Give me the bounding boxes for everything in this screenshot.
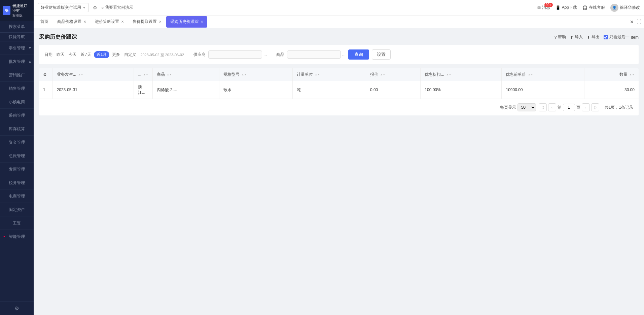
- last-page-button[interactable]: ⟩⟩: [591, 103, 599, 111]
- sidebar-item-marketing[interactable]: 营销推广: [0, 68, 34, 82]
- sidebar-item-purchase[interactable]: 采购管理: [0, 109, 34, 122]
- sort-icon-biz-date: ▲▼: [78, 73, 83, 76]
- tab-purchase-strategy[interactable]: 进价策略设置 ✕: [91, 16, 128, 28]
- date-options: 昨天 今天 近7天 近1月 更多 自定义: [55, 51, 138, 58]
- col-more[interactable]: ... ▲▼: [134, 68, 152, 81]
- date-filter-label: 日期: [44, 52, 52, 58]
- export-icon: ⬇: [587, 35, 590, 40]
- sidebar-item-accounting[interactable]: 总账管理: [0, 149, 34, 163]
- supplier-dots[interactable]: ...: [263, 52, 267, 57]
- page-title: 采购历史价跟踪: [39, 34, 77, 41]
- next-page-button[interactable]: ›: [582, 103, 590, 111]
- sort-icon-discount: ▲▼: [446, 73, 452, 76]
- version-select[interactable]: 好业财标准版交付试用 ▼: [38, 3, 89, 12]
- sidebar-item-payroll[interactable]: 工资: [0, 216, 34, 230]
- cell-quantity: 30.00: [584, 81, 639, 99]
- sidebar-search[interactable]: 搜索菜单: [0, 21, 34, 33]
- topbar-demo[interactable]: ○ 我要看实例演示: [101, 5, 133, 10]
- tab-sale-price-close[interactable]: ✕: [159, 20, 162, 24]
- help-link[interactable]: ? 帮助: [554, 34, 566, 40]
- sidebar-item-smart-mgmt[interactable]: ● 智能管理: [0, 230, 34, 243]
- sidebar-item-sales[interactable]: 销售管理: [0, 82, 34, 95]
- logo-text: 畅捷通好业财: [12, 3, 31, 13]
- col-quantity[interactable]: 数量 ▲▼: [584, 68, 639, 81]
- cell-goods: 丙烯酸-2-...: [152, 81, 219, 99]
- date-range-display: 2023-05-02 至 2023-06-02: [140, 53, 184, 58]
- cell-index: 1: [39, 81, 52, 99]
- date-option-more[interactable]: 更多: [111, 51, 121, 58]
- sort-icon-quantity: ▲▼: [629, 73, 635, 76]
- sidebar-item-tax[interactable]: 税务管理: [0, 176, 34, 189]
- sidebar-item-ecommerce[interactable]: 电商管理: [0, 189, 34, 203]
- topbar-online-service[interactable]: 🎧 在线客服: [582, 5, 605, 10]
- supplier-input[interactable]: [208, 50, 262, 59]
- topbar: 好业财标准版交付试用 ▼ ⚙ ○ 我要看实例演示 ✉ 消息 99+ 📱 App下…: [34, 0, 644, 15]
- sidebar-item-wholesale[interactable]: 批发管理 ▲: [0, 55, 34, 68]
- table-header-row: ⚙ 业务发生... ▲▼ ... ▲▼ 商品 ▲▼: [39, 68, 639, 81]
- date-option-custom[interactable]: 自定义: [123, 51, 138, 58]
- sidebar-item-retail[interactable]: 零售管理 ▼: [0, 41, 34, 55]
- query-button[interactable]: 查询: [348, 49, 369, 60]
- sidebar-item-finance[interactable]: 资金管理: [0, 136, 34, 149]
- only-last-checkbox[interactable]: [604, 35, 608, 39]
- sidebar-quick-nav[interactable]: 快捷导航: [0, 33, 34, 41]
- col-gear[interactable]: ⚙: [39, 68, 52, 81]
- filter-actions: 查询 设置: [348, 49, 391, 60]
- date-option-today[interactable]: 今天: [67, 51, 78, 58]
- col-biz-date[interactable]: 业务发生... ▲▼: [52, 68, 134, 81]
- sidebar: 畅 畅捷通好业财 标准版 搜索菜单 快捷导航 零售管理 ▼ 批发管理 ▲ 营销推…: [0, 0, 34, 315]
- col-quoted-price[interactable]: 报价 ▲▼: [366, 68, 420, 81]
- settings-icon[interactable]: ⚙: [14, 305, 19, 312]
- sidebar-item-inventory[interactable]: 库存核算: [0, 122, 34, 136]
- import-icon: ⬆: [570, 35, 573, 40]
- topbar-message[interactable]: ✉ 消息 99+: [537, 5, 550, 10]
- supplier-filter-label: 供应商: [193, 52, 206, 58]
- supplier-input-wrap: ...: [208, 50, 267, 59]
- col-unit[interactable]: 计量单位 ▲▼: [293, 68, 366, 81]
- topbar-app-download[interactable]: 📱 App下载: [556, 5, 577, 10]
- first-page-button[interactable]: ⟨⟨: [539, 103, 547, 111]
- tab-price-settings[interactable]: 商品价格设置 ✕: [53, 16, 90, 28]
- prev-page-button[interactable]: ‹: [548, 103, 556, 111]
- tab-purchase-history-close[interactable]: ✕: [201, 20, 203, 24]
- col-spec[interactable]: 规格型号 ▲▼: [219, 68, 293, 81]
- pagination: 每页显示 50 10 20 100 ⟨⟨ ‹ 第 页 › ⟩⟩: [39, 99, 639, 115]
- sidebar-item-ecommerce-small[interactable]: 小畅电商: [0, 95, 34, 109]
- import-link[interactable]: ⬆ 导入: [570, 34, 583, 40]
- table-wrap: ⚙ 业务发生... ▲▼ ... ▲▼ 商品 ▲▼: [39, 68, 639, 115]
- date-option-last7[interactable]: 近7天: [79, 51, 93, 58]
- col-discount[interactable]: 优惠折扣... ▲▼: [421, 68, 502, 81]
- tab-price-settings-close[interactable]: ✕: [83, 20, 86, 24]
- col-pre-discount-price[interactable]: 优惠前单价 ▲▼: [502, 68, 584, 81]
- tab-purchase-history[interactable]: 采购历史价跟踪 ✕: [166, 16, 207, 28]
- sidebar-bottom: ⚙: [0, 302, 34, 315]
- tab-purchase-strategy-close[interactable]: ✕: [121, 20, 124, 24]
- goods-input[interactable]: [287, 50, 341, 59]
- col-goods[interactable]: 商品 ▲▼: [152, 68, 219, 81]
- filter-settings-button[interactable]: 设置: [372, 49, 391, 60]
- tab-sale-price[interactable]: 售价提取设置 ✕: [129, 16, 166, 28]
- tabs-bar: 首页 商品价格设置 ✕ 进价策略设置 ✕ 售价提取设置 ✕ 采购历史价跟踪 ✕ …: [34, 15, 644, 28]
- page-nav: ⟨⟨ ‹ 第 页 › ⟩⟩: [539, 103, 599, 111]
- data-table: ⚙ 业务发生... ▲▼ ... ▲▼ 商品 ▲▼: [39, 68, 639, 99]
- cell-quoted-price: 0.00: [366, 81, 420, 99]
- page-input[interactable]: [563, 104, 575, 111]
- filter-row: 日期 昨天 今天 近7天 近1月 更多 自定义 2023-05-02 至 202…: [44, 49, 391, 60]
- tab-home[interactable]: 首页: [36, 16, 52, 28]
- cell-spec: 散水: [219, 81, 293, 99]
- sort-icon-goods: ▲▼: [167, 73, 172, 76]
- date-option-yesterday[interactable]: 昨天: [55, 51, 66, 58]
- goods-dots[interactable]: ...: [342, 52, 346, 57]
- tab-close-icon[interactable]: ✕: [630, 19, 634, 25]
- smart-mgmt-dot: ●: [3, 235, 5, 238]
- date-option-last1month[interactable]: 近1月: [94, 51, 110, 58]
- sidebar-item-invoice[interactable]: 发票管理: [0, 163, 34, 176]
- topbar-right: ✉ 消息 99+ 📱 App下载 🎧 在线客服 👤 徐泽华修改: [537, 4, 640, 12]
- topbar-settings-icon[interactable]: ⚙: [93, 5, 97, 10]
- logo-sub: 标准版: [12, 13, 31, 18]
- export-link[interactable]: ⬇ 导出: [587, 34, 600, 40]
- per-page-dropdown[interactable]: 50 10 20 100: [517, 103, 536, 111]
- sidebar-item-fixed-assets[interactable]: 固定资产: [0, 203, 34, 216]
- tab-fullscreen-icon[interactable]: ⛶: [637, 19, 641, 25]
- topbar-user[interactable]: 👤 徐泽华修改: [610, 4, 640, 12]
